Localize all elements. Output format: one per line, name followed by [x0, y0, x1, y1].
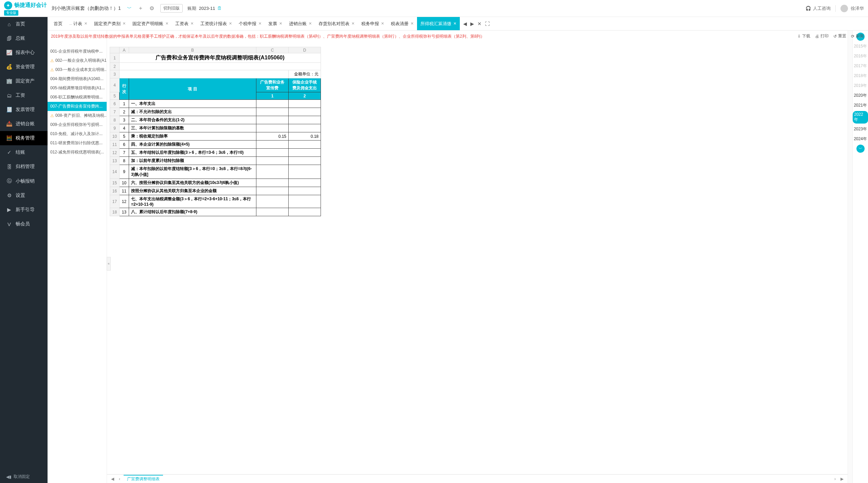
sidebar-item-11[interactable]: Ⓖ小畅报销: [0, 174, 48, 188]
vertical-scrollbar[interactable]: [848, 31, 852, 483]
report-item-7[interactable]: ⚠008-资产折旧、摊销及纳税...: [48, 111, 107, 120]
sidebar-item-3[interactable]: 💰资金管理: [0, 60, 48, 74]
tab-5[interactable]: 工资统计报表✕: [197, 17, 235, 30]
close-icon[interactable]: ✕: [411, 21, 414, 26]
spreadsheet-grid[interactable]: ABCD1广告费和业务宣传费跨年度纳税调整明细表(A105060)23金额单位：…: [107, 47, 848, 474]
refresh-button[interactable]: ⟳刷新: [851, 33, 864, 39]
sidebar-item-0[interactable]: ⌂首页: [0, 17, 48, 31]
sheet-nav-last[interactable]: ▶: [839, 477, 845, 481]
cell-c[interactable]: [256, 141, 289, 149]
sheet-nav-first[interactable]: ◀: [110, 477, 115, 481]
sidebar-item-13[interactable]: ▶新手引导: [0, 203, 48, 217]
cell-d[interactable]: [289, 179, 321, 187]
close-icon[interactable]: ✕: [279, 21, 282, 26]
cell-c[interactable]: [256, 100, 289, 108]
cell-c[interactable]: [256, 208, 289, 216]
report-item-11[interactable]: 012-减免所得税优惠明细表(...: [48, 148, 107, 157]
close-icon[interactable]: ✕: [165, 21, 168, 26]
tab-next[interactable]: ▶: [470, 21, 474, 26]
cell-d[interactable]: [289, 100, 321, 108]
sidebar-item-8[interactable]: 🧮税务管理: [0, 131, 48, 145]
sheet-tab[interactable]: 广宣费调整明细表: [124, 475, 163, 483]
tab-fullscreen[interactable]: ⛶: [485, 21, 490, 26]
cell-c[interactable]: [256, 179, 289, 187]
sidebar-item-9[interactable]: ✓结账: [0, 145, 48, 160]
report-item-6[interactable]: 007-广告费和业务宣传费跨...: [48, 102, 107, 111]
cell-d[interactable]: [289, 165, 321, 179]
sidebar-item-12[interactable]: ⚙设置: [0, 188, 48, 203]
year-down[interactable]: ﹀: [856, 145, 865, 153]
tab-close-all[interactable]: ✕: [477, 21, 482, 26]
tab-6[interactable]: 个税申报✕: [235, 17, 265, 30]
report-item-9[interactable]: 010-免税、减计收入及加计...: [48, 129, 107, 138]
tab-9[interactable]: 存货别名对照表✕: [315, 17, 358, 30]
col-header[interactable]: A: [120, 47, 129, 53]
cell-d[interactable]: [289, 116, 321, 124]
cell-d[interactable]: [289, 149, 321, 157]
report-item-0[interactable]: 001-企业所得税年度纳税申...: [48, 47, 107, 56]
tab-1[interactable]: ...计表✕: [66, 17, 91, 30]
close-icon[interactable]: ✕: [381, 21, 384, 26]
year-2021年[interactable]: 2021年: [853, 101, 868, 110]
year-2015年[interactable]: 2015年: [853, 42, 868, 51]
tab-2[interactable]: 固定资产类别✕: [91, 17, 129, 30]
sidebar-item-14[interactable]: V畅会员: [0, 217, 48, 231]
year-2016年[interactable]: 2016年: [853, 52, 868, 60]
cell-c[interactable]: [256, 157, 289, 165]
close-icon[interactable]: ✕: [191, 21, 194, 26]
cell-c[interactable]: [256, 165, 289, 179]
report-item-1[interactable]: ⚠002-一般企业收入明细表(A1...: [48, 56, 107, 65]
sidebar-unpin[interactable]: ◀▮取消固定: [0, 470, 48, 483]
cell-c[interactable]: [256, 124, 289, 132]
sidebar-item-10[interactable]: 🗄归档管理: [0, 160, 48, 174]
period-value[interactable]: 2023-11: [199, 6, 215, 11]
cell-d[interactable]: [289, 195, 321, 208]
cell-d[interactable]: [289, 141, 321, 149]
sheet-nav-next[interactable]: ›: [833, 477, 837, 481]
report-item-10[interactable]: 011-研发费用加计扣除优惠...: [48, 138, 107, 148]
cell-c[interactable]: [256, 149, 289, 157]
report-item-4[interactable]: 005-纳税调整项目明细表(A1...: [48, 83, 107, 93]
close-icon[interactable]: ✕: [84, 21, 87, 26]
cell-c[interactable]: [256, 187, 289, 195]
chevron-down-icon[interactable]: ﹀: [127, 5, 132, 12]
cell-d[interactable]: [289, 187, 321, 195]
close-icon[interactable]: ✕: [309, 21, 312, 26]
cell-d[interactable]: [289, 108, 321, 116]
year-2023年[interactable]: 2023年: [853, 125, 868, 133]
user-menu[interactable]: 徐泽华: [840, 5, 864, 12]
close-icon[interactable]: ✕: [123, 21, 126, 26]
close-icon[interactable]: ✕: [258, 21, 261, 26]
add-icon[interactable]: ＋: [138, 5, 143, 12]
year-2020年[interactable]: 2020年: [853, 91, 868, 100]
year-2019年[interactable]: 2019年: [853, 81, 868, 90]
year-2024年[interactable]: 2024年: [853, 135, 868, 143]
tab-11[interactable]: 税表清册✕: [387, 17, 417, 30]
gear-icon[interactable]: ⚙: [149, 5, 154, 12]
sidebar-item-4[interactable]: 🏢固定资产: [0, 74, 48, 88]
col-header[interactable]: C: [256, 47, 289, 53]
print-button[interactable]: 🖨打印: [815, 33, 829, 39]
report-item-2[interactable]: ⚠003-一般企业成本支出明细...: [48, 65, 107, 74]
switch-old-button[interactable]: 切到旧版: [160, 4, 183, 13]
tab-7[interactable]: 发票✕: [265, 17, 286, 30]
tab-0[interactable]: 首页: [50, 17, 66, 30]
cell-d[interactable]: [289, 208, 321, 216]
cell-d[interactable]: [289, 157, 321, 165]
sidebar-item-5[interactable]: 🗂工资: [0, 88, 48, 103]
reset-button[interactable]: ↺重置: [833, 33, 846, 39]
tab-12[interactable]: 所得税汇算清缴✕: [417, 17, 460, 30]
year-2017年[interactable]: 2017年: [853, 62, 868, 70]
calendar-icon[interactable]: 🗓: [217, 6, 222, 11]
sidebar-item-6[interactable]: 🧾发票管理: [0, 103, 48, 117]
tab-3[interactable]: 固定资产明细账✕: [129, 17, 172, 30]
sidebar-item-2[interactable]: 📈报表中心: [0, 45, 48, 60]
sidebar-item-1[interactable]: 🗐总账: [0, 31, 48, 45]
tab-prev[interactable]: ◀: [463, 21, 467, 26]
cell-d[interactable]: [289, 124, 321, 132]
col-header[interactable]: D: [289, 47, 321, 53]
col-header[interactable]: B: [129, 47, 256, 53]
report-item-8[interactable]: 009-企业所得税弥补亏损明...: [48, 120, 107, 129]
cell-c[interactable]: [256, 195, 289, 208]
tab-4[interactable]: 工资表✕: [172, 17, 197, 30]
